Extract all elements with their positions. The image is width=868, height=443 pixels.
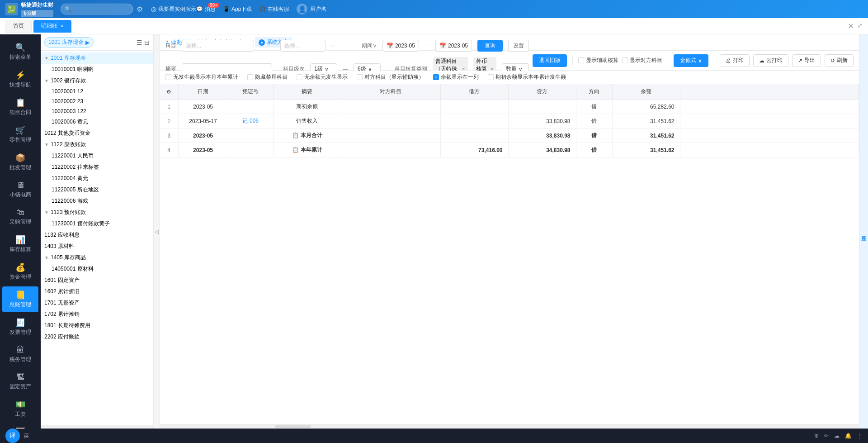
sidebar-item-inventory[interactable]: 📊 库存核算 bbox=[2, 231, 38, 257]
right-panel[interactable]: 展开 bbox=[859, 34, 868, 429]
table-row[interactable]: 22023-05-17记-006销售收入33,830.98借31,451.62 bbox=[160, 114, 859, 129]
sidebar-item-search[interactable]: 🔍 搜索菜单 bbox=[2, 39, 38, 65]
bottom-add-icon[interactable]: ⊕ bbox=[814, 433, 819, 439]
return-old-btn[interactable]: 退回旧版 bbox=[533, 54, 567, 67]
sidebar-item-finance[interactable]: 💰 资金管理 bbox=[2, 259, 38, 285]
tree-item-10020001[interactable]: 10020001 12 bbox=[41, 86, 153, 96]
bottom-cloud-icon[interactable]: ☁ bbox=[834, 433, 840, 439]
tree-item-1012[interactable]: 1012 其他货币资金 bbox=[41, 128, 153, 139]
print-btn[interactable]: 🖨 打印 bbox=[720, 54, 750, 67]
tree-item-1132[interactable]: 1132 应收利息 bbox=[41, 229, 153, 241]
tree-item-1403[interactable]: 1403 原材料 bbox=[41, 241, 153, 252]
lang-en[interactable]: 英 bbox=[24, 432, 29, 440]
tree-item-11220001[interactable]: 11220001 人民币 bbox=[41, 150, 153, 162]
show-aux-checkbox[interactable]: 显示辅助核算 bbox=[578, 57, 618, 64]
tab-home[interactable]: 首页 bbox=[5, 20, 32, 33]
sidebar-item-assets[interactable]: 🏗 固定资产 bbox=[2, 369, 38, 394]
subject-end-more-icon[interactable]: ··· bbox=[331, 43, 335, 49]
th-icon[interactable]: ⚙ bbox=[160, 84, 178, 100]
table-settings-icon[interactable]: ⚙ bbox=[166, 89, 171, 95]
sidebar-item-ledger[interactable]: 📒 总账管理 bbox=[2, 286, 38, 312]
tree-item-1801[interactable]: 1801 长期待摊费用 bbox=[41, 320, 153, 331]
cb-hide-disabled[interactable]: 隐藏禁用科目 bbox=[247, 73, 288, 81]
query-btn[interactable]: 查询 bbox=[477, 40, 503, 52]
tree-body: ▼ 1001 库存现金 10010001 咧咧咧 ▼ 1002 银行存款 100… bbox=[41, 51, 153, 425]
tree-item-11230001[interactable]: 11230001 预付账款黄子 bbox=[41, 218, 153, 229]
export-btn[interactable]: ↗ 导出 bbox=[792, 54, 821, 67]
sidebar-item-quicknav[interactable]: ⚡ 快捷导航 bbox=[2, 67, 38, 92]
horizontal-scrollbar[interactable] bbox=[160, 424, 859, 429]
maximize-icon[interactable]: ⤢ bbox=[857, 22, 863, 30]
sidebar-item-wholesale[interactable]: 📦 批发管理 bbox=[2, 149, 38, 175]
tree-item-10020006[interactable]: 10020006 黄元 bbox=[41, 116, 153, 128]
style-btn[interactable]: 金额式 ∨ bbox=[674, 54, 708, 67]
user-area[interactable]: 👤 用户名 bbox=[297, 4, 326, 14]
sidebar-item-operations[interactable]: 📈 经营管理 bbox=[2, 424, 38, 429]
cb-no-amount[interactable]: 无发生额显示本月本年累计 bbox=[165, 73, 238, 81]
sidebar-item-ecommerce[interactable]: 🖥 小畅电商 bbox=[2, 177, 38, 202]
tree-collapse-icon[interactable]: ⊟ bbox=[144, 39, 150, 46]
refresh-btn[interactable]: ↺ 刷新 bbox=[825, 54, 854, 67]
table-row[interactable]: 42023-05📋本年累计73,416.0034,830.98借31,451.6… bbox=[160, 143, 859, 157]
bottom-edit-icon[interactable]: ✏ bbox=[824, 433, 829, 439]
tree-list-icon[interactable]: ☰ bbox=[137, 39, 142, 46]
show-contra-checkbox[interactable]: 显示对方科目 bbox=[622, 57, 662, 64]
online-service-action[interactable]: 🎧 在线客服 bbox=[259, 5, 289, 13]
account-tag[interactable]: 1001 库存现金 ▶ bbox=[44, 37, 94, 48]
period-end-input[interactable]: 📅 2023-05 bbox=[435, 40, 472, 52]
tree-item-2202[interactable]: 2202 应付账款 bbox=[41, 331, 153, 343]
tree-item-1701[interactable]: 1701 无形资产 bbox=[41, 297, 153, 309]
cb-balance-one-col[interactable]: ✓ 余额显示在一列 bbox=[433, 73, 479, 81]
tree-item-10020003[interactable]: 10020003 122 bbox=[41, 106, 153, 116]
tree-item-1405[interactable]: ▼ 1405 库存商品 bbox=[41, 252, 153, 263]
setting-btn[interactable]: 设置 bbox=[508, 40, 529, 52]
period-start-input[interactable]: 📅 2023-05 bbox=[382, 40, 419, 52]
tree-item-14050001[interactable]: 14050001 原材料 bbox=[41, 263, 153, 275]
bottom-more-icon[interactable]: ⋮ bbox=[857, 433, 863, 439]
close-window-icon[interactable]: ✕ bbox=[848, 22, 854, 30]
subject-input[interactable]: 选择... bbox=[182, 40, 254, 52]
cb-opening-balance[interactable]: 期初余额显示本年累计发生额 bbox=[488, 73, 566, 81]
tree-item-1602[interactable]: 1602 累计折旧 bbox=[41, 286, 153, 297]
sidebar-item-purchase[interactable]: 🛍 采购管理 bbox=[2, 204, 38, 229]
tree-item-1122[interactable]: ▼ 1122 应收账款 bbox=[41, 139, 153, 150]
tree-item-1702[interactable]: 1702 累计摊销 bbox=[41, 309, 153, 320]
tree-item-10020002[interactable]: 10020002 23 bbox=[41, 96, 153, 106]
bottom-bell-icon[interactable]: 🔔 bbox=[845, 433, 852, 439]
cb-contra-subject[interactable]: 对方科目（显示辅助项） bbox=[357, 73, 424, 81]
scroll-thumb[interactable] bbox=[275, 425, 311, 428]
tree-scrollbar[interactable] bbox=[41, 425, 153, 429]
subject-end-input[interactable]: 选择... bbox=[280, 40, 326, 52]
sidebar-item-project[interactable]: 📋 项目合同 bbox=[2, 94, 38, 120]
tab-close-icon[interactable]: ✕ bbox=[60, 24, 64, 29]
tree-item-10010001[interactable]: 10010001 咧咧咧 bbox=[41, 64, 153, 75]
cb-hide-disabled-label: 隐藏禁用科目 bbox=[255, 73, 288, 81]
tree-item-11220006[interactable]: 11220006 游戏 bbox=[41, 195, 153, 207]
cloud-print-btn[interactable]: ☁ 云打印 bbox=[753, 54, 788, 67]
settings-icon[interactable]: ⚙ bbox=[137, 5, 143, 14]
sidebar-item-retail[interactable]: 🛒 零售管理 bbox=[2, 122, 38, 148]
demo-link[interactable]: ◎ 我要看实例演示 bbox=[151, 5, 196, 13]
tree-item-1601[interactable]: 1601 固定资产 bbox=[41, 275, 153, 286]
app-edition: 专业版 bbox=[21, 10, 53, 17]
app-download-action[interactable]: 📱 App下载 bbox=[223, 5, 252, 13]
tree-item-1001[interactable]: ▼ 1001 库存现金 bbox=[41, 52, 153, 64]
table-row[interactable]: 12023-05期初余额借65,282.60 bbox=[160, 100, 859, 114]
sidebar-item-tax[interactable]: 🏛 税务管理 bbox=[2, 342, 38, 367]
table-row[interactable]: 32023-05📋本月合计33,830.98借31,451.62 bbox=[160, 129, 859, 143]
tree-item-1123[interactable]: ▼ 1123 预付账款 bbox=[41, 207, 153, 218]
tree-item-11220002[interactable]: 11220002 往来标签 bbox=[41, 162, 153, 173]
sidebar-item-salary[interactable]: 💵 工资 bbox=[2, 396, 38, 422]
tree-item-11220004[interactable]: 11220004 黄元 bbox=[41, 173, 153, 184]
cell-voucher[interactable]: 记-006 bbox=[228, 114, 273, 129]
tab-ledger[interactable]: 明细账 ✕ bbox=[33, 20, 71, 33]
tree-item-1002[interactable]: ▼ 1002 银行存款 bbox=[41, 75, 153, 86]
sidebar-item-invoice[interactable]: 🧾 发票管理 bbox=[2, 314, 38, 340]
message-action[interactable]: 💬 消息 99+ bbox=[196, 5, 216, 13]
cb-no-balance[interactable]: 无余额无发生显示 bbox=[297, 73, 348, 81]
top-search[interactable]: 🔍 bbox=[61, 4, 133, 14]
subject-more-icon[interactable]: ··· bbox=[259, 43, 264, 49]
left-collapse-btn[interactable]: ◁ bbox=[154, 34, 160, 429]
tree-item-11220005[interactable]: 11220005 所在地区 bbox=[41, 184, 153, 195]
translate-btn[interactable]: 译 bbox=[5, 429, 20, 443]
